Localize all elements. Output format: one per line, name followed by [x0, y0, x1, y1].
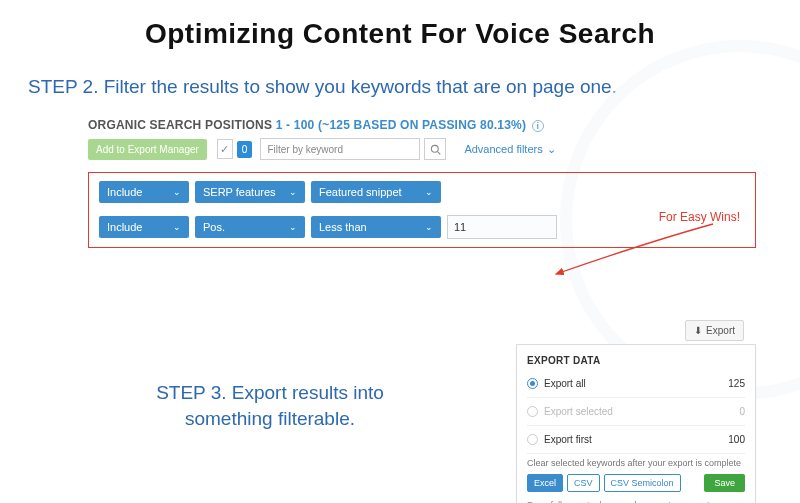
search-icon	[430, 144, 441, 155]
save-button[interactable]: Save	[704, 474, 745, 492]
chevron-down-icon: ⌄	[425, 222, 433, 232]
easy-wins-annotation: For Easy Wins!	[659, 210, 740, 224]
export-option-all-label: Export all	[544, 378, 586, 389]
format-csv-semicolon[interactable]: CSV Semicolon	[604, 474, 681, 492]
advanced-filters-label: Advanced filters	[464, 143, 542, 155]
export-all-count: 125	[728, 378, 745, 389]
organic-heading: ORGANIC SEARCH POSITIONS 1 - 100 (~125 B…	[88, 118, 756, 132]
chevron-down-icon: ⌄	[173, 222, 181, 232]
export-option-first[interactable]: Export first 100	[527, 430, 745, 449]
export-option-selected-label: Export selected	[544, 406, 613, 417]
filter-rows-highlight: Include⌄ SERP features⌄ Featured snippet…	[88, 172, 756, 248]
radio-icon	[527, 378, 538, 389]
page-title: Optimizing Content For Voice Search	[0, 18, 800, 50]
advanced-filters-link[interactable]: Advanced filters ⌄	[464, 143, 555, 156]
svg-line-1	[437, 151, 440, 154]
download-icon: ⬇	[694, 325, 702, 336]
filter-2-metric[interactable]: Pos.⌄	[195, 216, 305, 238]
add-to-export-button[interactable]: Add to Export Manager	[88, 139, 207, 160]
filter-2-condition[interactable]: Include⌄	[99, 216, 189, 238]
info-icon[interactable]: i	[532, 120, 544, 132]
filter-1-metric[interactable]: SERP features⌄	[195, 181, 305, 203]
filter-1-value[interactable]: Featured snippet⌄	[311, 181, 441, 203]
organic-range: 1 - 100 (~125 BASED ON PASSING 80.13%)	[276, 118, 526, 132]
export-note: Clear selected keywords after your expor…	[527, 458, 745, 468]
format-excel[interactable]: Excel	[527, 474, 563, 492]
search-button[interactable]	[424, 138, 446, 160]
divider	[527, 425, 745, 426]
radio-icon	[527, 406, 538, 417]
export-option-selected[interactable]: Export selected 0	[527, 402, 745, 421]
chevron-down-icon: ⌄	[173, 187, 181, 197]
toolbar: Add to Export Manager ✓ 0 Filter by keyw…	[88, 138, 756, 160]
export-first-count: 100	[728, 434, 745, 445]
filter-keyword-input[interactable]: Filter by keyword	[260, 138, 420, 160]
chevron-down-icon: ⌄	[289, 222, 297, 232]
filter-row-1: Include⌄ SERP features⌄ Featured snippet…	[99, 181, 745, 203]
filter-2-number-input[interactable]	[447, 215, 557, 239]
filter-2-operator[interactable]: Less than⌄	[311, 216, 441, 238]
chevron-down-icon: ⌄	[425, 187, 433, 197]
divider	[527, 397, 745, 398]
filter-row-2: Include⌄ Pos.⌄ Less than⌄	[99, 215, 745, 239]
radio-icon	[527, 434, 538, 445]
selected-count-badge: 0	[237, 141, 253, 158]
chevron-down-icon: ⌄	[547, 143, 556, 156]
step-2-text: STEP 2. Filter the results to show you k…	[28, 76, 800, 98]
export-button[interactable]: ⬇ Export	[685, 320, 744, 341]
export-selected-count: 0	[739, 406, 745, 417]
divider	[527, 453, 745, 454]
export-option-first-label: Export first	[544, 434, 592, 445]
format-csv[interactable]: CSV	[567, 474, 600, 492]
filter-1-condition[interactable]: Include⌄	[99, 181, 189, 203]
export-option-all[interactable]: Export all 125	[527, 374, 745, 393]
export-panel: EXPORT DATA Export all 125 Export select…	[516, 344, 756, 503]
organic-label: ORGANIC SEARCH POSITIONS	[88, 118, 272, 132]
export-heading: EXPORT DATA	[527, 355, 745, 366]
svg-point-0	[431, 145, 438, 152]
select-all-checkbox[interactable]: ✓	[217, 139, 233, 159]
chevron-down-icon: ⌄	[289, 187, 297, 197]
results-panel: ORGANIC SEARCH POSITIONS 1 - 100 (~125 B…	[88, 118, 756, 248]
format-row: Excel CSV CSV Semicolon Save	[527, 474, 745, 492]
step-3-text: STEP 3. Export results into something fi…	[110, 380, 430, 431]
export-button-label: Export	[706, 325, 735, 336]
